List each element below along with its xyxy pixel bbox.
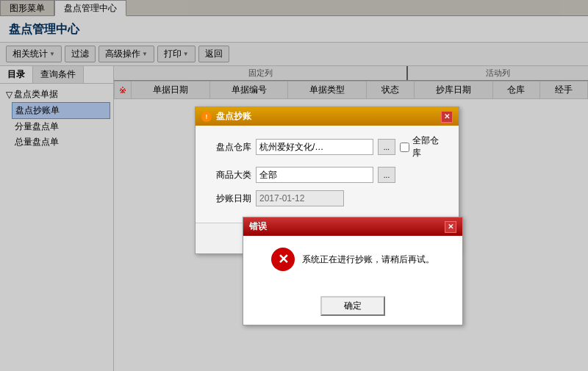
error-dialog-footer: 确定 [243, 292, 462, 325]
all-warehouse-label: 全部仓库 [412, 134, 447, 159]
dialog-icon: ! [201, 112, 212, 122]
form-row-date: 抄账日期 [207, 190, 447, 206]
error-dialog-title: 错误 [249, 220, 267, 233]
date-label: 抄账日期 [207, 192, 251, 205]
category-input[interactable] [256, 167, 373, 183]
error-message: 系统正在进行抄账，请稍后再试。 [302, 253, 434, 266]
error-icon: ✕ [271, 248, 295, 271]
category-dots-button[interactable]: ... [378, 167, 395, 183]
error-dialog: 错误 ✕ ✕ 系统正在进行抄账，请稍后再试。 确定 [243, 217, 463, 325]
all-warehouse-checkbox[interactable] [400, 143, 409, 152]
category-label: 商品大类 [207, 169, 251, 181]
error-dialog-title-bar: 错误 ✕ [243, 217, 462, 236]
main-dialog-content: 盘点仓库 ... 全部仓库 商品大类 ... 抄账日期 [196, 126, 459, 223]
form-row-category: 商品大类 ... [207, 167, 447, 183]
main-dialog-title: 盘点抄账 [216, 110, 251, 123]
error-ok-button[interactable]: 确定 [320, 296, 385, 316]
warehouse-label: 盘点仓库 [207, 141, 251, 154]
error-dialog-close-button[interactable]: ✕ [445, 221, 456, 233]
main-dialog-close-button[interactable]: ✕ [441, 111, 453, 123]
error-row: ✕ 系统正在进行抄账，请稍后再试。 [271, 248, 434, 271]
error-dialog-content: ✕ 系统正在进行抄账，请稍后再试。 [243, 236, 462, 292]
form-row-warehouse: 盘点仓库 ... 全部仓库 [207, 134, 447, 159]
main-dialog-title-bar: ! 盘点抄账 ✕ [196, 107, 459, 126]
warehouse-input[interactable] [256, 139, 373, 155]
warehouse-checkbox-area: 全部仓库 [400, 134, 447, 159]
date-input [256, 190, 344, 206]
warehouse-dots-button[interactable]: ... [378, 139, 395, 155]
